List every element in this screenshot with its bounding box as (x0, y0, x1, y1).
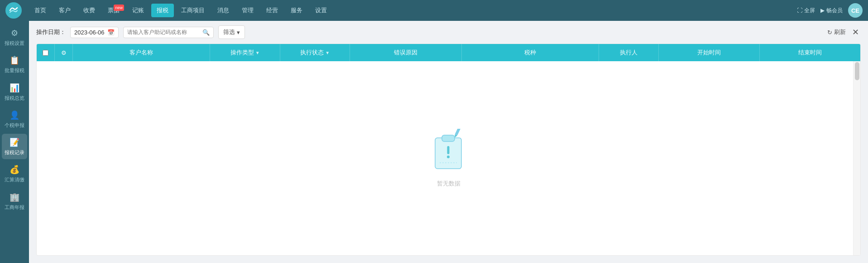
th-executor: 执行人 (599, 44, 659, 61)
sidebar-item-个税申报[interactable]: 👤个税申报 (2, 107, 27, 132)
sort-icon-status[interactable]: ▼ (325, 50, 330, 55)
refresh-icon: ↻ (827, 29, 832, 36)
table-body: 暂无数据 (37, 61, 860, 255)
sidebar-icon: ⚙ (10, 28, 19, 38)
top-nav-right: ⛶ 全屏 ▶ 畅会员 CE (797, 3, 863, 18)
fullscreen-button[interactable]: ⛶ 全屏 (797, 7, 815, 15)
date-value: 2023-06-06 (74, 29, 105, 36)
sidebar: ⚙报税设置📋批量报税📊报税总览👤个税申报📝报税记录💰汇算清缴🏢工商年报 (0, 21, 29, 263)
sidebar-icon: 📋 (10, 55, 19, 65)
nav-item-报税[interactable]: 报税 (151, 4, 174, 17)
date-picker[interactable]: 2023-06-06 📅 (70, 27, 119, 38)
sidebar-icon: 💰 (10, 165, 19, 175)
th-exec-status: 执行状态 ▼ (280, 44, 350, 61)
svg-rect-2 (442, 135, 455, 141)
calendar-icon: 📅 (107, 29, 115, 36)
sidebar-label: 报税记录 (5, 149, 24, 156)
table-container: ⚙ 客户名称 操作类型 ▼ 执行状态 ▼ 错误原因 税种 (36, 44, 861, 256)
sidebar-label: 批量报税 (5, 67, 24, 73)
sidebar-label: 工商年报 (5, 204, 24, 210)
sidebar-item-批量报税[interactable]: 📋批量报税 (2, 52, 27, 77)
date-label: 操作日期： (36, 28, 66, 36)
nav-item-设置[interactable]: 设置 (310, 4, 332, 17)
nav-item-服务[interactable]: 服务 (285, 4, 308, 17)
sidebar-icon: 🏢 (10, 192, 19, 202)
chevron-down-icon: ▾ (237, 29, 240, 36)
nav-item-首页[interactable]: 首页 (29, 4, 52, 17)
th-checkbox[interactable] (37, 44, 55, 61)
sidebar-label: 报税设置 (5, 40, 24, 46)
refresh-label: 刷新 (834, 28, 846, 36)
th-gear[interactable]: ⚙ (55, 44, 73, 61)
sidebar-label: 个税申报 (5, 122, 24, 128)
nav-items: 首页客户收费票据new记账报税工商项目消息管理经营服务设置 (29, 4, 797, 17)
content-area: 操作日期： 2023-06-06 📅 🔍 筛选 ▾ ↻ 刷新 ✕ (29, 21, 868, 263)
member-button[interactable]: ▶ 畅会员 (820, 7, 843, 15)
sidebar-icon: 👤 (10, 110, 19, 120)
sidebar-item-汇算清缴[interactable]: 💰汇算清缴 (2, 161, 27, 186)
close-button[interactable]: ✕ (850, 28, 861, 36)
nav-item-收费[interactable]: 收费 (78, 4, 101, 17)
empty-state: 暂无数据 (428, 129, 469, 188)
refresh-button[interactable]: ↻ 刷新 (827, 28, 846, 36)
avatar[interactable]: CE (848, 3, 863, 18)
nav-item-管理[interactable]: 管理 (236, 4, 259, 17)
sidebar-label: 汇算清缴 (5, 176, 24, 183)
gear-icon: ⚙ (61, 49, 67, 56)
toolbar: 操作日期： 2023-06-06 📅 🔍 筛选 ▾ ↻ 刷新 ✕ (29, 21, 868, 44)
member-label: 畅会员 (826, 7, 843, 15)
svg-rect-4 (447, 146, 449, 154)
th-error-reason: 错误原因 (350, 44, 461, 61)
filter-button[interactable]: 筛选 ▾ (218, 25, 245, 39)
nav-item-客户[interactable]: 客户 (53, 4, 76, 17)
filter-label: 筛选 (223, 28, 235, 36)
svg-rect-6 (455, 129, 461, 136)
scroll-thumb (855, 62, 859, 80)
search-wrap: 🔍 (123, 27, 214, 38)
fullscreen-icon: ⛶ (797, 7, 802, 14)
sidebar-item-工商年报[interactable]: 🏢工商年报 (2, 189, 27, 214)
th-op-type: 操作类型 ▼ (210, 44, 280, 61)
empty-illustration (428, 129, 469, 174)
sidebar-icon: 📊 (10, 83, 19, 93)
main-layout: ⚙报税设置📋批量报税📊报税总览👤个税申报📝报税记录💰汇算清缴🏢工商年报 操作日期… (0, 21, 868, 263)
top-nav: 首页客户收费票据new记账报税工商项目消息管理经营服务设置 ⛶ 全屏 ▶ 畅会员… (0, 0, 868, 21)
sidebar-label: 报税总览 (5, 95, 24, 101)
sidebar-icon: 📝 (10, 137, 19, 147)
badge-new: new (114, 5, 124, 11)
svg-point-3 (447, 156, 450, 158)
sidebar-item-报税设置[interactable]: ⚙报税设置 (2, 24, 27, 50)
table-header: ⚙ 客户名称 操作类型 ▼ 执行状态 ▼ 错误原因 税种 (37, 44, 860, 61)
th-end-time: 结束时间 (760, 44, 860, 61)
empty-text: 暂无数据 (437, 180, 460, 188)
nav-item-消息[interactable]: 消息 (212, 4, 235, 17)
th-start-time: 开始时间 (659, 44, 760, 61)
nav-item-经营[interactable]: 经营 (261, 4, 283, 17)
th-tax-type: 税种 (462, 44, 599, 61)
sidebar-item-报税记录[interactable]: 📝报税记录 (2, 134, 27, 159)
member-icon: ▶ (820, 7, 825, 14)
sort-icon-optype[interactable]: ▼ (255, 50, 260, 55)
select-all-checkbox[interactable] (43, 50, 48, 56)
nav-item-票据[interactable]: 票据new (102, 4, 125, 17)
fullscreen-label: 全屏 (804, 7, 815, 15)
nav-item-记账[interactable]: 记账 (127, 4, 149, 17)
th-client-name: 客户名称 (73, 44, 210, 61)
app-logo[interactable] (5, 2, 22, 19)
search-icon[interactable]: 🔍 (202, 29, 210, 36)
search-input[interactable] (127, 29, 200, 35)
nav-item-工商项目[interactable]: 工商项目 (176, 4, 210, 17)
sidebar-item-报税总览[interactable]: 📊报税总览 (2, 79, 27, 105)
table-scrollbar[interactable] (853, 61, 860, 255)
